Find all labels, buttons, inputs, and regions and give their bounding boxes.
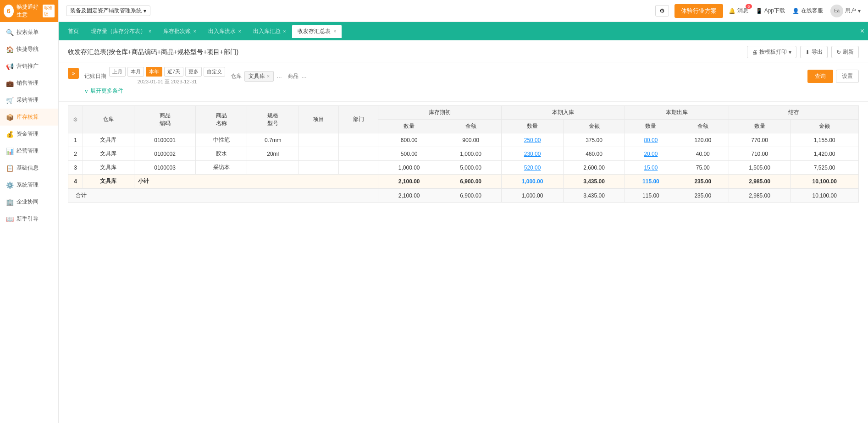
- row-out-qty[interactable]: 20.00: [625, 147, 677, 161]
- sidebar-item-operations[interactable]: 📊 经营管理: [0, 143, 58, 159]
- column-settings-button[interactable]: 设置: [836, 70, 859, 83]
- sidebar-item-system[interactable]: ⚙️ 系统管理: [0, 176, 58, 193]
- sidebar-item-purchase[interactable]: 🛒 采购管理: [0, 92, 58, 109]
- date-btn-more[interactable]: 更多: [185, 67, 202, 77]
- subtotal-seq: 4: [68, 175, 83, 189]
- date-btn-last-month[interactable]: 上月: [109, 67, 126, 77]
- row-code: 0100003: [134, 161, 195, 175]
- refresh-icon: ↻: [836, 49, 841, 55]
- tab-inout-flow[interactable]: 出入库流水 ×: [203, 25, 247, 38]
- row-out-amt: 120.00: [677, 133, 729, 147]
- tab-close-inout-flow[interactable]: ×: [238, 29, 241, 34]
- row-project: [299, 133, 339, 147]
- sidebar-item-base[interactable]: 📋 基础信息: [0, 159, 58, 176]
- row-out-amt: 40.00: [677, 147, 729, 161]
- tab-receive-summary[interactable]: 收发存汇总表 ×: [292, 25, 342, 38]
- app-download-button[interactable]: 📱 App下载: [756, 7, 785, 15]
- message-button[interactable]: 🔔 消息 6: [729, 7, 748, 15]
- subtotal-opening-qty: 2,100.00: [378, 175, 440, 189]
- col-in-qty-header: 数量: [502, 120, 563, 133]
- total-in-amt: 3,435.00: [563, 188, 625, 203]
- topbar-title-area: 装备及固定资产辅助管理系统 ▾: [66, 5, 650, 16]
- col-closing-header: 结存: [729, 106, 858, 120]
- row-in-qty[interactable]: 520.00: [502, 161, 563, 175]
- sidebar-item-label: 系统管理: [17, 181, 39, 189]
- chart-icon: 📊: [6, 148, 14, 155]
- row-in-qty[interactable]: 230.00: [502, 147, 563, 161]
- warehouse-filter-group: 仓库 文具库 × …: [231, 71, 282, 82]
- refresh-button[interactable]: ↻ 刷新: [831, 46, 859, 58]
- user-menu[interactable]: Ea 用户 ▾: [830, 5, 861, 17]
- col-out-qty-header: 数量: [625, 120, 677, 133]
- online-service-button[interactable]: 👤 在线客服: [792, 7, 823, 15]
- chevron-down-icon: ▾: [789, 49, 791, 55]
- warehouse-tag-remove[interactable]: ×: [267, 74, 270, 79]
- trial-button[interactable]: 体验行业方案: [674, 4, 723, 18]
- warehouse-tag: 文具库 ×: [244, 71, 274, 82]
- col-opening-amt-header: 金额: [440, 120, 501, 133]
- export-button[interactable]: ⬇ 导出: [800, 46, 828, 58]
- row-closing-qty: 710.00: [729, 147, 790, 161]
- tab-close-receive-summary[interactable]: ×: [333, 29, 336, 34]
- row-project: [299, 161, 339, 175]
- row-out-qty[interactable]: 15.00: [625, 161, 677, 175]
- tab-close-inout-summary[interactable]: ×: [283, 29, 286, 34]
- sidebar-item-finance[interactable]: 💰 资金管理: [0, 126, 58, 143]
- sidebar-item-inventory[interactable]: 📦 库存核算: [0, 109, 58, 126]
- sidebar-item-newbie[interactable]: 📖 新手引导: [0, 210, 58, 227]
- subtotal-in-qty[interactable]: 1,000.00: [502, 175, 563, 189]
- print-button[interactable]: 🖨 按模板打印 ▾: [747, 46, 796, 58]
- logo-text: 畅捷通好生意 标准版: [17, 3, 55, 19]
- clipboard-icon: 📋: [6, 165, 14, 172]
- system-title-dropdown[interactable]: 装备及固定资产辅助管理系统 ▾: [66, 5, 150, 16]
- tab-close-batch[interactable]: ×: [194, 29, 196, 34]
- page-title: 收发存汇总表(按仓库+商品编码+商品+规格型号+项目+部门): [68, 48, 238, 56]
- col-opening-qty-header: 数量: [378, 120, 440, 133]
- tab-home[interactable]: 首页: [62, 25, 84, 38]
- tab-inventory-dist[interactable]: 现存量（库存分布表） ×: [85, 25, 157, 38]
- col-in-amt-header: 金额: [563, 120, 625, 133]
- query-button[interactable]: 查询: [807, 70, 833, 83]
- subtotal-warehouse: 文具库: [83, 175, 134, 189]
- query-actions: 查询 设置: [807, 70, 859, 83]
- sidebar-item-label: 采购管理: [17, 96, 39, 104]
- expand-more-button[interactable]: ∨ 展开更多条件: [84, 85, 859, 97]
- sidebar-item-quick[interactable]: 🏠 快捷导航: [0, 41, 58, 58]
- sidebar-item-search[interactable]: 🔍 搜索菜单: [0, 24, 58, 41]
- briefcase-icon: 💼: [6, 80, 14, 87]
- sidebar-item-label: 快捷导航: [17, 45, 39, 53]
- tab-inout-summary[interactable]: 出入库汇总 ×: [248, 25, 292, 38]
- topbar-settings-button[interactable]: ⚙: [655, 5, 669, 16]
- sidebar-item-label: 资金管理: [17, 130, 39, 138]
- tab-batch[interactable]: 库存批次账 ×: [158, 25, 202, 38]
- sidebar-item-marketing[interactable]: 📢 营销推广: [0, 58, 58, 75]
- col-opening-header: 库存期初: [378, 106, 502, 120]
- sidebar-logo: 6 畅捷通好生意 标准版: [0, 0, 58, 22]
- page-header-actions: 🖨 按模板打印 ▾ ⬇ 导出 ↻ 刷新: [747, 46, 859, 58]
- row-out-qty[interactable]: 80.00: [625, 133, 677, 147]
- subtotal-out-qty[interactable]: 115.00: [625, 175, 677, 189]
- sidebar-item-sales[interactable]: 💼 销售管理: [0, 75, 58, 92]
- date-btn-this-month[interactable]: 本月: [127, 67, 144, 77]
- row-opening-amt: 900.00: [440, 133, 501, 147]
- row-closing-qty: 770.00: [729, 133, 790, 147]
- filter-toggle-button[interactable]: »: [68, 68, 79, 79]
- date-btn-custom[interactable]: 自定义: [204, 67, 225, 77]
- goods-more-btn[interactable]: …: [301, 73, 307, 79]
- row-dept: [338, 147, 378, 161]
- row-in-qty[interactable]: 250.00: [502, 133, 563, 147]
- tab-close-inventory-dist[interactable]: ×: [149, 29, 151, 34]
- date-btn-7days[interactable]: 近7天: [164, 67, 183, 77]
- row-opening-amt: 1,000.00: [440, 147, 501, 161]
- close-all-tabs-button[interactable]: ×: [860, 27, 864, 35]
- date-buttons: 上月 本月 本年 近7天 更多 自定义: [109, 67, 225, 77]
- sidebar-item-label: 新手引导: [17, 215, 39, 223]
- table-settings-icon[interactable]: ⚙: [73, 116, 78, 123]
- row-seq: 2: [68, 147, 83, 161]
- table-row: 2 文具库 0100002 胶水 20ml 500.00 1,000.00 23…: [68, 147, 859, 161]
- row-in-amt: 375.00: [563, 133, 625, 147]
- sidebar-item-company[interactable]: 🏢 企业协同: [0, 193, 58, 210]
- warehouse-more-btn[interactable]: …: [276, 73, 282, 79]
- date-btn-this-year[interactable]: 本年: [146, 67, 162, 77]
- filter-area: » 记账日期 上月 本月 本年 近7天 更多 自定义: [59, 62, 868, 102]
